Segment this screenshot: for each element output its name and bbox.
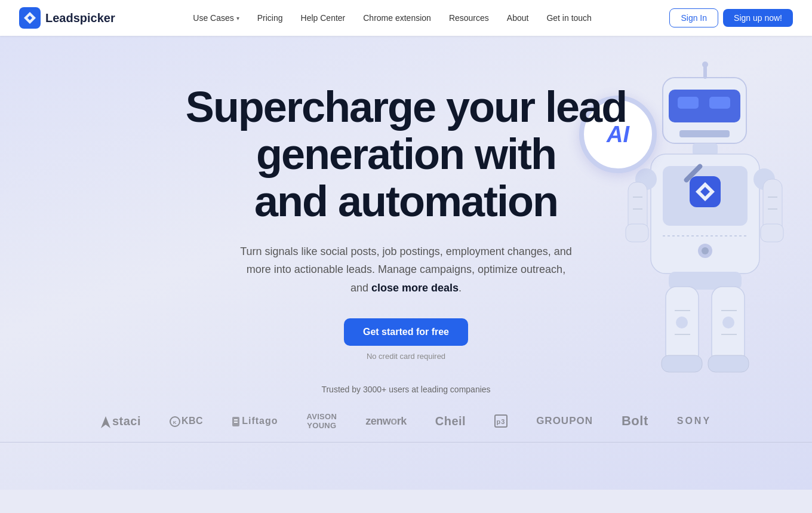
nav-pricing[interactable]: Pricing	[250, 10, 290, 26]
nav-get-in-touch[interactable]: Get in touch	[539, 10, 599, 26]
svg-rect-41	[234, 422, 238, 423]
cta-button[interactable]: Get started for free	[344, 318, 468, 346]
logo-bolt: Bolt	[622, 413, 648, 429]
logo-kbc: KKBC	[170, 416, 203, 427]
hero-content: Supercharge your lead generation with an…	[186, 84, 626, 361]
svg-point-26	[676, 317, 688, 328]
navbar: Leadspicker Use Cases ▾ Pricing Help Cen…	[0, 0, 812, 36]
nav-actions: Sign In Sign up now!	[669, 8, 793, 27]
logo-sony: SONY	[677, 416, 711, 426]
logo-avison-young: AVISONYOUNG	[307, 412, 337, 430]
svg-point-20	[702, 247, 709, 254]
svg-rect-17	[761, 224, 783, 242]
svg-rect-5	[679, 130, 730, 137]
svg-point-7	[702, 62, 708, 67]
logo-p3: p3	[494, 414, 508, 428]
svg-rect-15	[626, 224, 648, 242]
svg-rect-4	[709, 97, 730, 109]
nav-help-center[interactable]: Help Center	[294, 10, 353, 26]
svg-rect-8	[693, 143, 718, 155]
svg-rect-6	[703, 66, 707, 79]
hero-section: AI	[0, 36, 812, 490]
bottom-divider	[0, 442, 812, 443]
chevron-down-icon: ▾	[236, 15, 239, 21]
svg-rect-40	[234, 419, 238, 420]
logo-cheil: Cheil	[435, 414, 466, 428]
logo-staci: staci	[101, 414, 141, 428]
logo-zenwork: zenwork	[365, 415, 407, 428]
no-credit-text: No credit card required	[186, 352, 626, 361]
svg-marker-36	[101, 416, 110, 428]
nav-chrome-extension[interactable]: Chrome extension	[356, 10, 438, 26]
svg-rect-3	[678, 97, 699, 109]
signup-button[interactable]: Sign up now!	[723, 9, 793, 27]
nav-about[interactable]: About	[500, 10, 536, 26]
logo-liftago: Liftago	[232, 416, 278, 427]
logo-groupon: GROUPON	[536, 415, 593, 427]
trusted-section: Trusted by 3000+ users at leading compan…	[0, 361, 812, 460]
svg-text:K: K	[173, 420, 177, 425]
brand-name: Leadspicker	[45, 11, 115, 25]
logos-row: staci KKBC Liftago AVISONYOUNG zenwork C…	[0, 412, 812, 430]
nav-use-cases[interactable]: Use Cases ▾	[186, 10, 246, 26]
signin-button[interactable]: Sign In	[669, 8, 718, 27]
nav-resources[interactable]: Resources	[442, 10, 496, 26]
trusted-text: Trusted by 3000+ users at leading compan…	[0, 385, 812, 394]
nav-links: Use Cases ▾ Pricing Help Center Chrome e…	[115, 10, 670, 26]
svg-point-27	[722, 317, 734, 328]
logo-link[interactable]: Leadspicker	[19, 7, 115, 29]
hero-subtitle: Turn signals like social posts, job post…	[239, 242, 573, 297]
hero-title: Supercharge your lead generation with an…	[186, 84, 626, 226]
svg-text:p3: p3	[497, 418, 506, 425]
logo-icon	[19, 7, 41, 29]
